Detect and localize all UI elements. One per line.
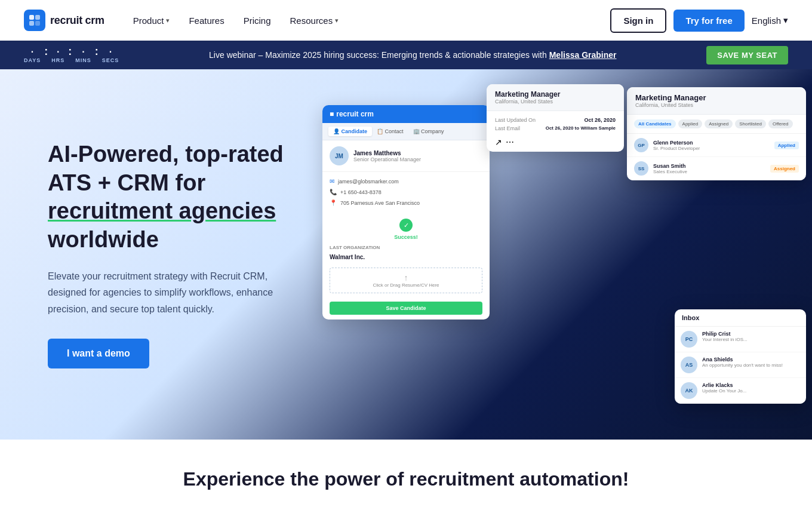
email-icon: ✉ bbox=[330, 177, 334, 186]
pipeline-status-2: Assigned bbox=[770, 165, 799, 173]
upload-area[interactable]: ↑ Click or Drag Resume/CV Here bbox=[330, 268, 482, 293]
manager-card-title: Marketing Manager bbox=[495, 90, 616, 99]
inbox-mockup-card: Inbox PC Philip Crist Your Interest in i… bbox=[675, 309, 806, 404]
inbox-avatar-3: AK bbox=[681, 382, 697, 399]
inbox-message-2: AS Ana Shields An opportunity you don't … bbox=[675, 352, 806, 378]
nav-pricing[interactable]: Pricing bbox=[244, 16, 271, 26]
candidate-email-row: ✉ james@globsmarker.com bbox=[330, 177, 482, 186]
try-free-button[interactable]: Try for free bbox=[673, 10, 744, 32]
countdown-timer: · DAYS : · HRS : · MINS : · SECS bbox=[24, 46, 119, 64]
timer-hrs: · HRS bbox=[51, 47, 64, 63]
manager-email-row: Last Email Oct 26, 2020 to William Sampl… bbox=[495, 125, 616, 131]
inbox-msg-2: An opportunity you don't want to miss! bbox=[702, 363, 800, 368]
svg-rect-0 bbox=[29, 15, 34, 20]
signin-button[interactable]: Sign in bbox=[610, 8, 666, 33]
svg-rect-1 bbox=[35, 15, 40, 20]
manager-action-icons: ↗ ⋯ bbox=[487, 137, 624, 152]
inbox-text-3: Arlie Klacks Update On Your Jo... bbox=[702, 382, 800, 394]
timer-secs: · SECS bbox=[102, 47, 119, 63]
pipeline-info-1: Glenn Peterson Sr. Product Developer bbox=[653, 140, 700, 151]
pipeline-name-1: Glenn Peterson bbox=[653, 140, 700, 146]
inbox-name-2: Ana Shields bbox=[702, 357, 800, 363]
manager-more-icon[interactable]: ⋯ bbox=[506, 137, 514, 147]
inbox-avatar-2: AS bbox=[681, 357, 697, 373]
pipeline-role-1: Sr. Product Developer bbox=[653, 146, 700, 151]
candidate-actions: Save Candidate bbox=[322, 297, 490, 320]
nav-resources[interactable]: Resources ▾ bbox=[290, 16, 339, 26]
success-indicator: ✓ Success! bbox=[322, 214, 490, 242]
inbox-msg-1: Your Interest in iOS... bbox=[702, 337, 800, 342]
inbox-avatar-1: PC bbox=[681, 331, 697, 348]
pipeline-location: California, United States bbox=[635, 102, 798, 108]
nav-features[interactable]: Features bbox=[189, 16, 224, 26]
product-chevron-icon: ▾ bbox=[166, 17, 170, 24]
candidate-name: James Matthews bbox=[353, 150, 482, 156]
save-candidate-button[interactable]: Save Candidate bbox=[330, 302, 482, 315]
hero-highlight: recruitment agencies bbox=[48, 198, 276, 223]
pipeline-stages: All Candidates Applied Assigned Shortlis… bbox=[627, 115, 806, 134]
stage-assigned[interactable]: Assigned bbox=[705, 119, 733, 128]
save-seat-button[interactable]: SAVE MY SEAT bbox=[706, 46, 788, 64]
success-text: Success! bbox=[322, 234, 490, 240]
manager-updated-val: Oct 26, 2020 bbox=[584, 117, 616, 123]
inbox-name-1: Philip Crist bbox=[702, 331, 800, 337]
candidate-details: ✉ james@globsmarker.com 📞 +1 650-443-837… bbox=[322, 172, 490, 214]
timer-mins: · MINS bbox=[75, 47, 91, 63]
stage-shortlisted[interactable]: Shortlisted bbox=[735, 119, 766, 128]
inbox-header: Inbox bbox=[675, 309, 806, 327]
language-selector[interactable]: English ▾ bbox=[752, 15, 788, 26]
mockup-header: ■ recruit crm bbox=[322, 105, 490, 123]
bottom-title: Experience the power of recruitment auto… bbox=[24, 468, 788, 490]
candidate-role: Senior Operational Manager bbox=[353, 156, 482, 162]
bottom-section: Experience the power of recruitment auto… bbox=[0, 440, 812, 502]
manager-email-val: Oct 26, 2020 to William Sample bbox=[546, 125, 616, 131]
language-label: English bbox=[752, 16, 781, 26]
announcement-text: Live webinar – Maximize 2025 hiring succ… bbox=[119, 50, 706, 60]
nav-product[interactable]: Product ▾ bbox=[133, 16, 170, 26]
manager-share-icon[interactable]: ↗ bbox=[495, 137, 502, 147]
candidate-address-row: 📍 705 Parnesus Ave San Francisco bbox=[330, 198, 482, 208]
upload-icon: ↑ bbox=[335, 273, 477, 282]
announcement-bar: · DAYS : · HRS : · MINS : · SECS Live we… bbox=[0, 41, 812, 69]
timer-separator-2: : bbox=[68, 46, 72, 57]
manager-card-header: Marketing Manager California, United Sta… bbox=[487, 84, 624, 111]
manager-card-body: Last Updated On Oct 26, 2020 Last Email … bbox=[487, 111, 624, 137]
manager-email-label: Last Email bbox=[495, 125, 520, 131]
logo[interactable]: recruit crm bbox=[24, 10, 104, 31]
demo-button[interactable]: I want a demo bbox=[48, 339, 149, 368]
stage-applied[interactable]: Applied bbox=[678, 119, 703, 128]
hero-section: AI-Powered, top-rated ATS + CRM for recr… bbox=[0, 69, 812, 440]
tab-company[interactable]: 🏢 Company bbox=[408, 127, 449, 136]
inbox-name-3: Arlie Klacks bbox=[702, 382, 800, 388]
candidate-avatar: JM bbox=[330, 146, 349, 165]
hero-title: AI-Powered, top-rated ATS + CRM for recr… bbox=[48, 140, 287, 254]
pipeline-status-1: Applied bbox=[774, 142, 799, 149]
tab-contact[interactable]: 📋 Contact bbox=[372, 127, 408, 136]
logo-icon bbox=[24, 10, 45, 31]
stage-offered[interactable]: Offered bbox=[768, 119, 793, 128]
stage-all[interactable]: All Candidates bbox=[634, 119, 676, 128]
webinar-link[interactable]: Melissa Grabiner bbox=[549, 50, 617, 60]
timer-separator-1: : bbox=[44, 46, 48, 57]
inbox-msg-3: Update On Your Jo... bbox=[702, 388, 800, 394]
pipeline-role-2: Sales Executive bbox=[653, 169, 687, 174]
mockup-tabs: 👤 Candidate 📋 Contact 🏢 Company bbox=[322, 123, 490, 140]
pipeline-candidate-2: SS Susan Smith Sales Executive Assigned bbox=[627, 157, 806, 180]
inbox-text-1: Philip Crist Your Interest in iOS... bbox=[702, 331, 800, 342]
candidate-profile: JM James Matthews Senior Operational Man… bbox=[322, 140, 490, 172]
inbox-message-3: AK Arlie Klacks Update On Your Jo... bbox=[675, 378, 806, 404]
pipeline-job-title: Marketing Manager bbox=[635, 93, 798, 102]
pipeline-candidate-1: GP Glenn Peterson Sr. Product Developer … bbox=[627, 134, 806, 157]
org-label: LAST ORGANIZATION bbox=[322, 242, 490, 253]
hero-content: AI-Powered, top-rated ATS + CRM for recr… bbox=[0, 105, 310, 404]
pipeline-info-2: Susan Smith Sales Executive bbox=[653, 163, 687, 174]
logo-text: recruit crm bbox=[50, 14, 104, 27]
inbox-message-1: PC Philip Crist Your Interest in iOS... bbox=[675, 327, 806, 352]
pipeline-avatar-2: SS bbox=[634, 161, 648, 176]
tab-candidate[interactable]: 👤 Candidate bbox=[328, 127, 372, 136]
svg-rect-3 bbox=[35, 21, 40, 26]
success-check-icon: ✓ bbox=[399, 219, 413, 232]
nav-links: Product ▾ Features Pricing Resources ▾ bbox=[133, 16, 339, 26]
hero-description: Elevate your recruitment strategy with R… bbox=[48, 268, 287, 317]
navbar-left: recruit crm Product ▾ Features Pricing R… bbox=[24, 10, 339, 31]
